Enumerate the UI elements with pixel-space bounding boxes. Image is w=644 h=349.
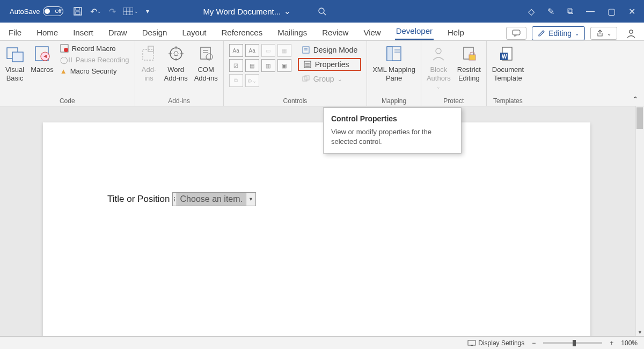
tab-insert[interactable]: Insert [72,25,94,40]
quick-access-toolbar: ↶⌄ ↷ ⌄ ▾ [73,6,149,17]
tab-file[interactable]: File [8,25,23,40]
minimize-icon[interactable]: — [586,6,595,16]
word-addins-icon [167,44,185,63]
design-mode-button[interactable]: Design Mode [298,44,362,56]
restrict-editing-icon [460,44,478,63]
window-mode-icon[interactable]: ⧉ [567,6,573,16]
scrollbar-thumb[interactable] [636,107,643,129]
datepicker-control-icon[interactable]: ▣ [277,59,291,72]
autosave-label: AutoSave [10,8,40,16]
ribbon-tabs: File Home Insert Draw Design Layout Refe… [0,23,644,41]
macros-button[interactable]: Macros [31,44,54,74]
record-icon [60,44,69,53]
repeating-section-icon[interactable]: ⧉ [229,74,243,87]
tooltip-body: View or modify properties for the select… [331,127,453,147]
zoom-in-icon[interactable]: + [610,339,613,347]
wand-icon[interactable]: ✎ [547,6,554,17]
tab-home[interactable]: Home [35,25,59,40]
chevron-down-icon: ⌄ [575,31,579,37]
tab-design[interactable]: Design [141,25,169,40]
undo-icon[interactable]: ↶⌄ [90,6,101,17]
titlebar-right-controls: ◇ ✎ ⧉ — ▢ ✕ [528,6,635,17]
svg-rect-12 [12,52,23,62]
checkbox-control-icon[interactable]: ☑ [229,59,243,72]
close-icon[interactable]: ✕ [628,6,635,17]
zoom-level[interactable]: 100% [621,339,638,347]
combobox-control-icon[interactable]: ▤ [245,59,259,72]
vertical-scrollbar[interactable]: ▼ [635,106,644,336]
autosave-control[interactable]: AutoSave Off [10,6,63,16]
svg-line-8 [324,13,326,15]
zoom-out-icon[interactable]: − [532,339,536,347]
search-icon[interactable] [318,7,326,16]
design-mode-icon [302,46,310,54]
restrict-editing-button[interactable]: Restrict Editing [457,44,481,82]
document-title[interactable]: My Word Document... ⌄ [203,6,291,16]
svg-point-10 [630,30,633,33]
display-settings-button[interactable]: Display Settings [467,339,524,347]
document-area[interactable]: Title or Position Choose an item. ▼ [0,106,635,336]
group-controls-label: Controls [283,97,308,105]
macro-security-button[interactable]: ▲ Macro Security [60,67,129,75]
control-gallery[interactable]: Aa Aa ▭ ▦ ☑ ▤ ▥ ▣ ⧉ ⚙⌄ [229,44,291,87]
autosave-toggle[interactable]: Off [43,6,63,16]
word-addins-button[interactable]: Word Add-ins [164,44,188,82]
com-addins-button[interactable]: COM Add-ins [194,44,218,82]
redo-icon[interactable]: ↷ [109,6,116,17]
group-addins: Add- ins Word Add-ins COM Add-ins Add-in… [135,41,224,106]
search-area[interactable] [318,7,528,16]
tab-developer[interactable]: Developer [395,23,434,40]
pause-icon: ◯ⅠⅠ [60,56,72,64]
tab-draw[interactable]: Draw [107,25,128,40]
table-view-icon[interactable]: ⌄ [123,8,138,15]
group-protect-label: Protect [443,97,464,105]
comments-button[interactable] [506,27,526,40]
picture-control-icon[interactable]: ▭ [261,44,275,57]
block-authors-button: Block Authors⌄ [427,44,451,90]
group-controls: Aa Aa ▭ ▦ ☑ ▤ ▥ ▣ ⧉ ⚙⌄ Design Mode [224,41,368,106]
group-mapping-label: Mapping [382,97,406,105]
tab-references[interactable]: References [220,25,264,40]
scroll-down-icon[interactable]: ▼ [636,329,644,335]
dropdown-control-icon[interactable]: ▥ [261,59,275,72]
editing-mode-button[interactable]: Editing ⌄ [532,26,585,40]
share-button[interactable]: ⌄ [590,27,617,40]
tab-mailings[interactable]: Mailings [276,25,308,40]
group-code: Visual Basic Macros Record Macro ◯ⅠⅠ Pau… [0,41,135,106]
tab-layout[interactable]: Layout [181,25,207,40]
richtext-control-icon[interactable]: Aa [229,44,243,57]
tab-help[interactable]: Help [447,25,465,40]
addins-icon [141,44,158,63]
tab-view[interactable]: View [362,25,382,40]
svg-rect-1 [76,8,79,10]
tab-review[interactable]: Review [321,25,349,40]
properties-button[interactable]: Properties [298,58,362,71]
dropdown-placeholder[interactable]: Choose an item. [177,192,247,206]
account-icon[interactable] [626,28,636,39]
document-page[interactable]: Title or Position Choose an item. ▼ [43,122,590,336]
properties-icon [303,60,312,69]
document-template-button[interactable]: W Document Template [492,44,524,82]
visual-basic-button[interactable]: Visual Basic [5,44,24,82]
building-block-control-icon[interactable]: ▦ [277,44,291,57]
record-macro-button[interactable]: Record Macro [60,44,129,53]
plaintext-control-icon[interactable]: Aa [245,44,259,57]
save-icon[interactable] [73,6,83,16]
group-code-label: Code [60,97,75,105]
maximize-icon[interactable]: ▢ [608,6,616,17]
ribbon: Visual Basic Macros Record Macro ◯ⅠⅠ Pau… [0,41,644,106]
content-control-dropdown[interactable]: Choose an item. ▼ [172,192,257,206]
svg-rect-18 [148,46,153,52]
customize-qat-icon[interactable]: ▾ [146,8,149,15]
chevron-down-icon[interactable]: ⌄ [284,6,291,16]
legacy-tools-icon[interactable]: ⚙⌄ [245,74,259,87]
diamond-icon[interactable]: ◇ [528,6,535,17]
document-template-icon: W [499,44,516,63]
zoom-slider[interactable] [543,342,602,344]
svg-point-20 [174,52,178,56]
control-handle-icon[interactable] [172,192,177,206]
collapse-ribbon-icon[interactable]: ⌃ [632,95,639,104]
xml-mapping-button[interactable]: XML Mapping Pane [372,44,415,82]
dropdown-arrow-icon[interactable]: ▼ [246,192,256,206]
svg-text:W: W [502,54,507,60]
